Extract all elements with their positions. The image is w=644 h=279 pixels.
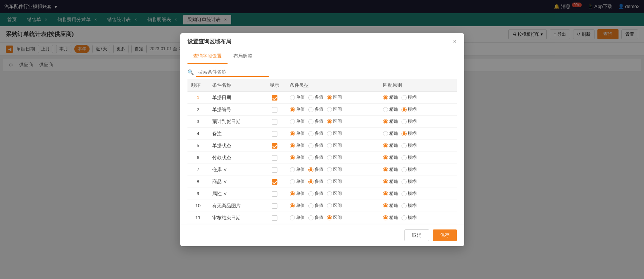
radio-单值-1[interactable] bbox=[290, 95, 295, 100]
radio-match-精确-4[interactable] bbox=[383, 131, 388, 136]
match-option-模糊-4[interactable]: 模糊 bbox=[402, 130, 416, 137]
radio-单值-7[interactable] bbox=[290, 167, 295, 172]
radio-match-精确-9[interactable] bbox=[383, 191, 388, 196]
radio-区间-4[interactable] bbox=[327, 131, 332, 136]
show-checkbox-8[interactable] bbox=[272, 179, 277, 185]
row-show-8[interactable] bbox=[263, 176, 286, 188]
match-option-精确-9[interactable]: 精确 bbox=[383, 190, 398, 197]
type-option-区间-9[interactable]: 区间 bbox=[327, 190, 342, 197]
match-option-精确-3[interactable]: 精确 bbox=[383, 118, 398, 125]
type-option-多值-6[interactable]: 多值 bbox=[308, 154, 323, 161]
radio-多值-1[interactable] bbox=[308, 95, 313, 100]
type-option-单值-3[interactable]: 单值 bbox=[290, 118, 305, 125]
row-show-4[interactable] bbox=[263, 127, 286, 140]
row-show-1[interactable] bbox=[263, 91, 286, 103]
match-option-模糊-5[interactable]: 模糊 bbox=[402, 142, 416, 149]
row-show-5[interactable] bbox=[263, 140, 286, 152]
match-option-精确-7[interactable]: 精确 bbox=[383, 166, 398, 173]
radio-match-模糊-5[interactable] bbox=[402, 143, 407, 148]
dialog-tab-layout[interactable]: 布局调整 bbox=[228, 49, 258, 64]
type-option-多值-3[interactable]: 多值 bbox=[308, 118, 323, 125]
type-option-区间-8[interactable]: 区间 bbox=[327, 178, 342, 185]
radio-match-模糊-9[interactable] bbox=[402, 191, 407, 196]
type-option-单值-8[interactable]: 单值 bbox=[290, 178, 305, 185]
type-option-区间-4[interactable]: 区间 bbox=[327, 130, 342, 137]
type-option-区间-6[interactable]: 区间 bbox=[327, 154, 342, 161]
match-option-模糊-8[interactable]: 模糊 bbox=[402, 178, 416, 185]
radio-match-模糊-3[interactable] bbox=[402, 119, 407, 124]
radio-match-模糊-8[interactable] bbox=[402, 179, 407, 184]
radio-区间-6[interactable] bbox=[327, 155, 332, 160]
show-checkbox-9[interactable] bbox=[272, 191, 277, 197]
radio-多值-2[interactable] bbox=[308, 107, 313, 112]
type-option-区间-3[interactable]: 区间 bbox=[327, 118, 342, 125]
radio-单值-5[interactable] bbox=[290, 143, 295, 148]
row-show-6[interactable] bbox=[263, 152, 286, 164]
radio-match-模糊-1[interactable] bbox=[402, 95, 407, 100]
type-option-区间-1[interactable]: 区间 bbox=[327, 94, 342, 101]
radio-多值-8[interactable] bbox=[308, 179, 313, 184]
match-option-模糊-6[interactable]: 模糊 bbox=[402, 154, 416, 161]
radio-match-精确-7[interactable] bbox=[383, 167, 388, 172]
match-option-精确-1[interactable]: 精确 bbox=[383, 94, 398, 101]
match-option-精确-4[interactable]: 精确 bbox=[383, 130, 398, 137]
radio-match-模糊-6[interactable] bbox=[402, 155, 407, 160]
radio-单值-3[interactable] bbox=[290, 119, 295, 124]
match-option-模糊-3[interactable]: 模糊 bbox=[402, 118, 416, 125]
radio-单值-4[interactable] bbox=[290, 131, 295, 136]
radio-match-精确-8[interactable] bbox=[383, 179, 388, 184]
type-option-区间-5[interactable]: 区间 bbox=[327, 142, 342, 149]
radio-多值-5[interactable] bbox=[308, 143, 313, 148]
dialog-tab-query-settings[interactable]: 查询字段设置 bbox=[187, 49, 228, 64]
show-checkbox-1[interactable] bbox=[272, 95, 277, 101]
row-show-3[interactable] bbox=[263, 115, 286, 127]
radio-match-模糊-7[interactable] bbox=[402, 167, 407, 172]
type-option-多值-1[interactable]: 多值 bbox=[308, 94, 323, 101]
radio-多值-3[interactable] bbox=[308, 119, 313, 124]
type-option-区间-2[interactable]: 区间 bbox=[327, 106, 342, 113]
show-checkbox-3[interactable] bbox=[272, 119, 277, 125]
search-input[interactable] bbox=[196, 68, 269, 77]
match-option-模糊-2[interactable]: 模糊 bbox=[402, 106, 416, 113]
show-checkbox-2[interactable] bbox=[272, 107, 277, 113]
type-option-单值-9[interactable]: 单值 bbox=[290, 190, 305, 197]
show-checkbox-5[interactable] bbox=[272, 143, 277, 149]
type-option-多值-7[interactable]: 多值 bbox=[308, 166, 323, 173]
row-show-10[interactable] bbox=[263, 200, 286, 201]
radio-区间-7[interactable] bbox=[327, 167, 332, 172]
radio-单值-8[interactable] bbox=[290, 179, 295, 184]
radio-区间-2[interactable] bbox=[327, 107, 332, 112]
row-show-9[interactable] bbox=[263, 188, 286, 200]
type-option-单值-2[interactable]: 单值 bbox=[290, 106, 305, 113]
match-option-模糊-1[interactable]: 模糊 bbox=[402, 94, 416, 101]
match-option-模糊-7[interactable]: 模糊 bbox=[402, 166, 416, 173]
type-option-多值-4[interactable]: 多值 bbox=[308, 130, 323, 137]
radio-区间-1[interactable] bbox=[327, 95, 332, 100]
radio-match-精确-1[interactable] bbox=[383, 95, 388, 100]
type-option-多值-8[interactable]: 多值 bbox=[308, 178, 323, 185]
type-option-多值-9[interactable]: 多值 bbox=[308, 190, 323, 197]
match-option-精确-6[interactable]: 精确 bbox=[383, 154, 398, 161]
type-option-多值-5[interactable]: 多值 bbox=[308, 142, 323, 149]
radio-match-精确-5[interactable] bbox=[383, 143, 388, 148]
radio-match-精确-2[interactable] bbox=[383, 107, 388, 112]
type-option-多值-2[interactable]: 多值 bbox=[308, 106, 323, 113]
radio-match-精确-6[interactable] bbox=[383, 155, 388, 160]
radio-match-模糊-2[interactable] bbox=[402, 107, 407, 112]
type-option-单值-1[interactable]: 单值 bbox=[290, 94, 305, 101]
dialog-close-button[interactable]: × bbox=[453, 38, 457, 45]
type-option-单值-5[interactable]: 单值 bbox=[290, 142, 305, 149]
type-option-区间-7[interactable]: 区间 bbox=[327, 166, 342, 173]
radio-多值-9[interactable] bbox=[308, 191, 313, 196]
radio-区间-3[interactable] bbox=[327, 119, 332, 124]
radio-单值-2[interactable] bbox=[290, 107, 295, 112]
radio-单值-9[interactable] bbox=[290, 191, 295, 196]
radio-区间-5[interactable] bbox=[327, 143, 332, 148]
radio-单值-6[interactable] bbox=[290, 155, 295, 160]
match-option-精确-5[interactable]: 精确 bbox=[383, 142, 398, 149]
show-checkbox-6[interactable] bbox=[272, 155, 277, 161]
match-option-精确-8[interactable]: 精确 bbox=[383, 178, 398, 185]
row-show-7[interactable] bbox=[263, 164, 286, 176]
radio-区间-8[interactable] bbox=[327, 179, 332, 184]
match-option-模糊-9[interactable]: 模糊 bbox=[402, 190, 416, 197]
